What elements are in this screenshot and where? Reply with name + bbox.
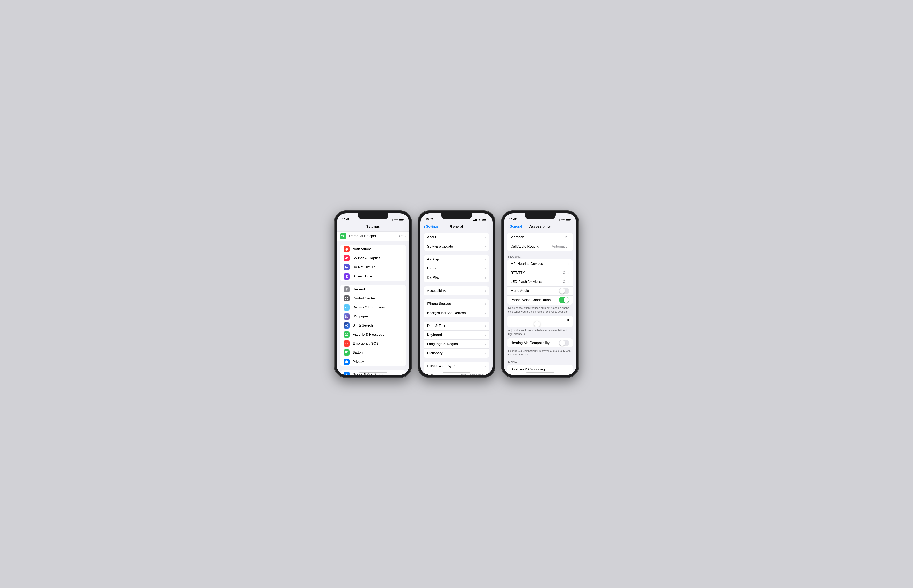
nav-title-accessibility: Accessibility bbox=[529, 225, 551, 229]
row-audio-descriptions[interactable]: Audio Descriptions Off › bbox=[507, 374, 573, 375]
row-led-flash[interactable]: LED Flash for Alerts Off › bbox=[507, 278, 573, 286]
row-emergency-sos[interactable]: SOS Emergency SOS › bbox=[340, 339, 406, 348]
chevron-control-center: › bbox=[401, 297, 402, 300]
icon-notifications bbox=[343, 246, 350, 252]
svg-point-15 bbox=[346, 316, 346, 316]
home-indicator-2 bbox=[443, 372, 470, 373]
table-notifications: Notifications › Sounds & Haptics › bbox=[340, 245, 406, 281]
row-software-update[interactable]: Software Update › bbox=[424, 242, 489, 251]
chevron-iphone-storage: › bbox=[485, 302, 486, 305]
row-airdrop[interactable]: AirDrop › bbox=[424, 255, 489, 264]
content-settings[interactable]: Personal Hotspot Off › Notifications bbox=[337, 231, 409, 375]
content-general[interactable]: About › Software Update › AirDrop › Hand… bbox=[421, 231, 492, 375]
row-background-refresh[interactable]: Background App Refresh › bbox=[424, 309, 489, 318]
value-rtt: Off bbox=[563, 271, 567, 275]
slider-labels: L R bbox=[511, 318, 570, 322]
status-time: 15:47 bbox=[342, 218, 350, 221]
nav-back-accessibility[interactable]: ‹ General bbox=[507, 225, 522, 229]
toggle-hearing-aid[interactable] bbox=[559, 340, 570, 346]
moon-icon bbox=[345, 266, 348, 269]
row-accessibility-nav[interactable]: Accessibility › bbox=[424, 286, 489, 295]
row-rtt-tty[interactable]: RTT/TTY Off › bbox=[507, 268, 573, 278]
table-hearing-aid: Hearing Aid Compatibility bbox=[507, 338, 573, 347]
svg-rect-12 bbox=[345, 299, 346, 300]
row-dictionary[interactable]: Dictionary › bbox=[424, 349, 489, 358]
chevron-vibration: › bbox=[568, 236, 570, 239]
chevron-sounds: › bbox=[401, 257, 402, 260]
toggle-mono-audio[interactable] bbox=[559, 288, 570, 294]
row-mfi-hearing[interactable]: MFi Hearing Devices › bbox=[507, 259, 573, 268]
signal-icon bbox=[390, 219, 393, 221]
row-display-brightness[interactable]: AA Display & Brightness › bbox=[340, 303, 406, 312]
row-face-id[interactable]: Face ID & Passcode › bbox=[340, 330, 406, 339]
svg-rect-43 bbox=[570, 220, 571, 220]
row-control-center[interactable]: Control Center › bbox=[340, 294, 406, 303]
label-mfi: MFi Hearing Devices bbox=[511, 262, 568, 266]
row-sounds-haptics[interactable]: Sounds & Haptics › bbox=[340, 254, 406, 263]
display-icon-text: AA bbox=[345, 306, 348, 309]
row-language-region[interactable]: Language & Region › bbox=[424, 340, 489, 349]
row-do-not-disturb[interactable]: Do Not Disturb › bbox=[340, 263, 406, 272]
label-siri: Siri & Search bbox=[353, 323, 401, 328]
label-battery: Battery bbox=[353, 351, 401, 355]
content-accessibility[interactable]: Vibration On › Call Audio Routing Automa… bbox=[504, 231, 576, 375]
row-hearing-aid[interactable]: Hearing Aid Compatibility bbox=[507, 338, 573, 347]
svg-rect-39 bbox=[560, 219, 560, 221]
notch-2 bbox=[441, 213, 472, 220]
label-airdrop: AirDrop bbox=[427, 257, 485, 262]
row-mono-audio[interactable]: Mono Audio bbox=[507, 286, 573, 296]
row-itunes-wifi-sync[interactable]: iTunes Wi-Fi Sync › bbox=[424, 362, 489, 371]
screen-accessibility: 15:47 bbox=[504, 213, 576, 375]
chevron-face-id: › bbox=[401, 333, 402, 336]
row-iphone-storage[interactable]: iPhone Storage › bbox=[424, 299, 489, 309]
row-general[interactable]: General › bbox=[340, 285, 406, 294]
chevron-dictionary: › bbox=[485, 352, 486, 355]
row-personal-hotspot[interactable]: Personal Hotspot Off › bbox=[337, 231, 409, 241]
footer-balance: Adjust the audio volume balance between … bbox=[504, 327, 576, 336]
row-handoff[interactable]: Handoff › bbox=[424, 264, 489, 273]
chevron-emergency-sos: › bbox=[401, 342, 402, 345]
svg-rect-5 bbox=[399, 219, 403, 220]
row-notifications[interactable]: Notifications › bbox=[340, 245, 406, 254]
label-call-audio: Call Audio Routing bbox=[511, 244, 552, 249]
label-background-refresh: Background App Refresh bbox=[427, 311, 485, 315]
label-software-update: Software Update bbox=[427, 244, 485, 249]
chevron-keyboard: › bbox=[485, 333, 486, 336]
slider-track[interactable] bbox=[511, 324, 570, 325]
row-wallpaper[interactable]: Wallpaper › bbox=[340, 312, 406, 321]
row-keyboard[interactable]: Keyboard › bbox=[424, 331, 489, 340]
row-siri[interactable]: Siri & Search › bbox=[340, 321, 406, 330]
svg-rect-1 bbox=[391, 220, 391, 221]
row-phone-noise[interactable]: Phone Noise Cancellation bbox=[507, 296, 573, 305]
icon-appstore bbox=[343, 372, 350, 375]
chevron-led-flash: › bbox=[568, 280, 570, 283]
row-date-time[interactable]: Date & Time › bbox=[424, 321, 489, 331]
toggle-phone-noise[interactable] bbox=[559, 297, 570, 303]
row-vibration[interactable]: Vibration On › bbox=[507, 233, 573, 242]
nav-back-general[interactable]: ‹ Settings bbox=[424, 225, 439, 229]
svg-point-32 bbox=[479, 220, 480, 221]
wallpaper-icon bbox=[345, 315, 348, 318]
row-about[interactable]: About › bbox=[424, 233, 489, 242]
signal-icon-3 bbox=[557, 219, 560, 221]
table-date: Date & Time › Keyboard › Language & Regi… bbox=[424, 321, 489, 358]
slider-thumb[interactable] bbox=[534, 321, 540, 327]
chevron-date-time: › bbox=[485, 324, 486, 328]
nav-bar-settings: Settings bbox=[337, 222, 409, 231]
label-vibration: Vibration bbox=[511, 235, 563, 239]
row-carplay[interactable]: CarPlay › bbox=[424, 273, 489, 282]
wifi-icon-2 bbox=[478, 219, 481, 221]
svg-rect-6 bbox=[403, 220, 404, 220]
row-screen-time[interactable]: Screen Time › bbox=[340, 272, 406, 281]
label-led-flash: LED Flash for Alerts bbox=[511, 280, 563, 284]
sos-text: SOS bbox=[345, 342, 348, 344]
row-battery[interactable]: Battery › bbox=[340, 348, 406, 357]
chevron-general: › bbox=[401, 288, 402, 291]
row-privacy[interactable]: Privacy › bbox=[340, 357, 406, 366]
footer-hearing-aid: Hearing Aid Compatibility improves audio… bbox=[504, 347, 576, 357]
chevron-personal-hotspot: › bbox=[405, 234, 406, 238]
row-call-audio[interactable]: Call Audio Routing Automatic › bbox=[507, 242, 573, 251]
hand-icon bbox=[345, 360, 348, 363]
label-language-region: Language & Region bbox=[427, 342, 485, 346]
icon-privacy bbox=[343, 359, 350, 365]
